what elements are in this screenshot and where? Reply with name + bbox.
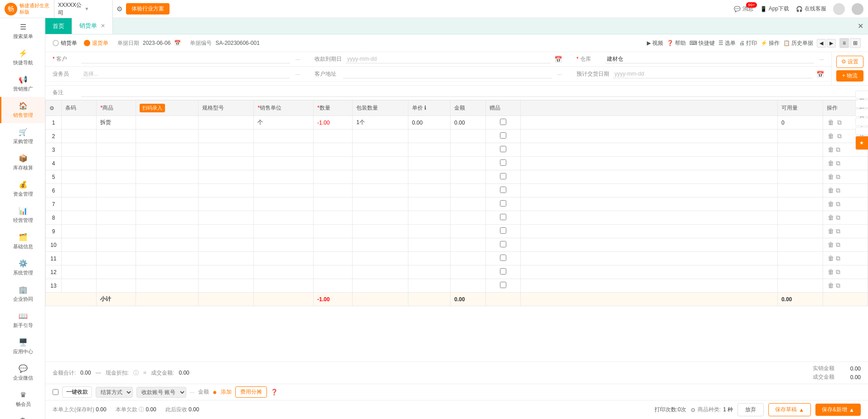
row-amount[interactable] bbox=[451, 130, 485, 143]
history-action[interactable]: 📋 历史单据 bbox=[783, 39, 813, 47]
row-goods[interactable]: 拆货 bbox=[97, 116, 136, 130]
delete-row-icon[interactable]: 🗑 bbox=[828, 200, 834, 207]
gift-checkbox[interactable] bbox=[500, 119, 506, 125]
row-spec[interactable] bbox=[198, 116, 254, 130]
copy-row-icon[interactable]: ⧉ bbox=[837, 119, 842, 126]
discard-btn[interactable]: 放弃 bbox=[737, 403, 764, 416]
video-action[interactable]: ▶ 视频 bbox=[647, 39, 663, 47]
copy-row-icon[interactable]: ⧉ bbox=[836, 187, 840, 194]
warehouse-input[interactable] bbox=[605, 55, 814, 63]
float-sign-btn[interactable]: 签 bbox=[855, 127, 868, 135]
row-gift[interactable] bbox=[485, 116, 520, 130]
total-owe-help[interactable]: ⓘ bbox=[139, 406, 144, 413]
fee-split-btn[interactable]: 费用分摊 bbox=[235, 386, 267, 398]
print-action[interactable]: 🖨 打印 bbox=[739, 39, 757, 47]
sidebar-item-marketing[interactable]: 📢 营销推广 bbox=[0, 71, 45, 97]
gift-checkbox[interactable] bbox=[500, 187, 506, 193]
add-payment-icon[interactable]: ● bbox=[213, 388, 217, 396]
receive-date-input[interactable] bbox=[345, 55, 551, 63]
copy-row-icon[interactable]: ⧉ bbox=[836, 214, 840, 221]
salesman-input[interactable] bbox=[81, 70, 290, 78]
delete-row-icon[interactable]: 🗑 bbox=[828, 282, 834, 289]
delete-row-icon[interactable]: 🗑 bbox=[828, 159, 834, 167]
delete-row-icon[interactable]: 🗑 bbox=[828, 255, 834, 262]
row-quantity[interactable]: -1.00 bbox=[314, 116, 353, 130]
select-action[interactable]: ☰ 选单 bbox=[718, 39, 736, 47]
settings-button[interactable]: ⚙ 设置 bbox=[836, 56, 863, 68]
sidebar-item-basic-info[interactable]: 🗂️ 基础信息 bbox=[0, 228, 45, 255]
calendar-btn[interactable]: 📅 bbox=[554, 56, 562, 63]
customer-addr-input[interactable] bbox=[343, 70, 552, 78]
online-service-button[interactable]: 🎧 在线客服 bbox=[796, 5, 826, 13]
customer-input[interactable] bbox=[81, 55, 290, 63]
scan-btn[interactable]: 扫码录入 bbox=[140, 104, 165, 112]
row-barcode[interactable] bbox=[62, 116, 97, 130]
remark-input[interactable] bbox=[81, 88, 861, 97]
account-select[interactable]: 收款账号 账号 bbox=[136, 387, 186, 398]
tab-close-icon[interactable]: ✕ bbox=[101, 23, 105, 29]
row-price[interactable] bbox=[408, 130, 451, 143]
gift-checkbox[interactable] bbox=[500, 214, 506, 220]
shortcut-action[interactable]: ⌨ 快捷键 bbox=[689, 39, 715, 47]
gift-checkbox[interactable] bbox=[500, 146, 506, 152]
row-goods[interactable] bbox=[97, 143, 136, 157]
save-new-btn[interactable]: 保存&新增 ▲ bbox=[815, 404, 861, 416]
fee-help-icon[interactable]: ❓ bbox=[271, 389, 278, 395]
row-unit[interactable] bbox=[254, 130, 314, 143]
sidebar-item-app-center[interactable]: 🖥️ 应用中心 bbox=[0, 333, 45, 360]
customer-dots[interactable]: ··· bbox=[296, 56, 300, 63]
sidebar-item-purchase[interactable]: 🛒 采购管理 bbox=[0, 123, 45, 149]
gift-checkbox[interactable] bbox=[500, 173, 506, 179]
logistics-button[interactable]: + 物流 bbox=[836, 70, 863, 82]
row-barcode[interactable] bbox=[62, 143, 97, 157]
row-price[interactable]: 0.00 bbox=[408, 116, 451, 130]
sidebar-settings-icon[interactable]: ⚙ bbox=[19, 416, 26, 419]
prev-arrow[interactable]: ◀ bbox=[817, 39, 826, 48]
sidebar-item-finance[interactable]: 💰 资金管理 bbox=[0, 176, 45, 202]
goods-type-icon[interactable]: ⊙ bbox=[691, 407, 695, 413]
delete-row-icon[interactable]: 🗑 bbox=[828, 214, 834, 221]
delete-row-icon[interactable]: 🗑 bbox=[828, 187, 834, 194]
gift-checkbox[interactable] bbox=[500, 132, 506, 139]
addr-dots[interactable]: ··· bbox=[558, 71, 562, 77]
next-arrow[interactable]: ▶ bbox=[827, 39, 836, 48]
tab-home[interactable]: 首页 bbox=[45, 18, 72, 34]
list-view-btn[interactable]: ≡ bbox=[839, 38, 849, 48]
gift-checkbox[interactable] bbox=[500, 227, 506, 234]
radio-sales-order[interactable]: 销货单 bbox=[53, 39, 77, 47]
radio-return-order[interactable]: 退货单 bbox=[84, 39, 108, 47]
copy-row-icon[interactable]: ⧉ bbox=[836, 268, 840, 275]
row-gift[interactable] bbox=[485, 130, 520, 143]
warehouse-dots[interactable]: ··· bbox=[820, 56, 824, 63]
copy-row-icon[interactable]: ⧉ bbox=[836, 282, 840, 289]
sidebar-item-system[interactable]: ⚙️ 系统管理 bbox=[0, 255, 45, 281]
float-attachment-btn[interactable]: 附 bbox=[855, 100, 868, 108]
delete-row-icon[interactable]: 🗑 bbox=[828, 241, 834, 248]
copy-row-icon[interactable]: ⧉ bbox=[836, 255, 840, 262]
sidebar-item-search[interactable]: ☰ 搜索菜单 bbox=[0, 18, 45, 44]
calendar-icon[interactable]: 📅 bbox=[174, 40, 181, 46]
row-amount[interactable]: 0.00 bbox=[451, 116, 485, 130]
add-payment-label[interactable]: 添加 bbox=[221, 388, 232, 396]
grid-view-btn[interactable]: ⊞ bbox=[850, 38, 861, 48]
one-click-checkbox[interactable] bbox=[53, 389, 58, 395]
payment-dots[interactable]: ··· bbox=[190, 389, 194, 395]
row-pkg-qty[interactable] bbox=[353, 130, 408, 143]
gear-icon[interactable]: ⚙ bbox=[116, 5, 122, 13]
delete-row-icon[interactable]: 🗑 bbox=[828, 119, 834, 126]
th-scan[interactable]: 扫码录入 bbox=[136, 101, 198, 116]
save-draft-btn[interactable]: 保存草稿 ▲ bbox=[768, 403, 811, 416]
operation-action[interactable]: ⚡ 操作 bbox=[761, 39, 780, 47]
salesman-dots[interactable]: ··· bbox=[296, 71, 300, 77]
sidebar-item-guide[interactable]: 📖 新手引导 bbox=[0, 307, 45, 333]
sidebar-item-enterprise[interactable]: 🏢 企业协同 bbox=[0, 281, 45, 307]
gift-checkbox[interactable] bbox=[500, 282, 506, 288]
sidebar-item-enterprise-wechat[interactable]: 💬 企业微信 bbox=[0, 360, 45, 386]
gift-checkbox[interactable] bbox=[500, 159, 506, 166]
company-select[interactable]: XXXXX公司 ▼ bbox=[54, 0, 113, 19]
copy-row-icon[interactable]: ⧉ bbox=[836, 241, 840, 248]
sidebar-item-member[interactable]: ♛ 畅会员 bbox=[0, 386, 45, 412]
row-goods[interactable] bbox=[97, 130, 136, 143]
message-button[interactable]: 💬 消息 99+ bbox=[734, 5, 753, 13]
delete-row-icon[interactable]: 🗑 bbox=[828, 227, 834, 235]
